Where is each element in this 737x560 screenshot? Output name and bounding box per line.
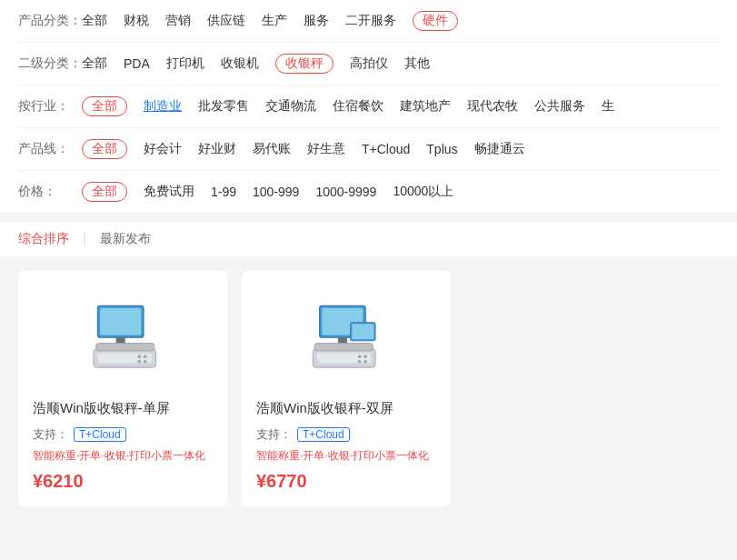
filter-item-price-10000up[interactable]: 10000以上	[393, 184, 453, 200]
svg-point-23	[364, 360, 367, 364]
product-price-2: ¥6770	[256, 471, 436, 492]
filter-items-product-line: 全部 好会计 好业财 易代账 好生意 T+Cloud Tplus 畅捷通云	[82, 139, 525, 159]
filter-item-shoyinji[interactable]: 收银机	[221, 55, 259, 72]
sort-divider: ｜	[78, 231, 91, 247]
filter-row-price: 价格： 全部 免费试用 1-99 100-999 1000-9999 10000…	[18, 171, 719, 213]
filter-item-fuwu[interactable]: 服务	[304, 13, 329, 29]
filter-label-industry: 按行业：	[18, 98, 82, 115]
svg-point-22	[358, 360, 362, 364]
filter-row-product-line: 产品线： 全部 好会计 好业财 易代账 好生意 T+Cloud Tplus 畅捷…	[18, 128, 719, 171]
product-support-1: 支持： T+Cloud	[33, 426, 213, 443]
products-grid: 浩顺Win版收银秤-单屏 支持： T+Cloud 智能称重·开单·收银·打印小票…	[0, 256, 737, 521]
product-support-label-1: 支持：	[33, 426, 68, 443]
filter-row-secondary-category: 二级分类： 全部 PDA 打印机 收银机 收银秤 高拍仪 其他	[18, 43, 719, 85]
product-support-2: 支持： T+Cloud	[256, 426, 436, 443]
filter-item-quanbu[interactable]: 全部	[82, 13, 107, 29]
filter-item-ind-quanbu[interactable]: 全部	[82, 96, 127, 116]
product-tag-2: T+Cloud	[297, 427, 350, 442]
filter-item-zhizaoye[interactable]: 制造业	[144, 98, 182, 115]
filter-item-erkaifuwu[interactable]: 二开服务	[345, 13, 396, 29]
product-title-1: 浩顺Win版收银秤-单屏	[33, 400, 213, 417]
filter-item-caishui[interactable]: 财税	[124, 13, 149, 29]
svg-point-10	[144, 360, 147, 364]
filter-item-price-1-99[interactable]: 1-99	[211, 185, 236, 199]
svg-rect-16	[352, 325, 373, 340]
filter-item-haoyecai[interactable]: 好业财	[198, 141, 236, 157]
filter-item-pl-quanbu[interactable]: 全部	[82, 139, 127, 159]
filter-item-price-100-999[interactable]: 100-999	[253, 185, 299, 199]
filter-item-gongyinglian[interactable]: 供应链	[207, 13, 245, 29]
filter-item-qita[interactable]: 其他	[404, 55, 430, 72]
product-support-label-2: 支持：	[256, 426, 292, 443]
filter-row-industry: 按行业： 全部 制造业 批发零售 交通物流 住宿餐饮 建筑地产 现代农牧 公共服…	[18, 85, 719, 128]
filter-item-haokuaiji[interactable]: 好会计	[144, 141, 182, 157]
filter-items-product-category: 全部 财税 营销 供应链 生产 服务 二开服务 硬件	[82, 11, 458, 31]
svg-rect-1	[100, 308, 141, 335]
filter-item-pda[interactable]: PDA	[124, 56, 150, 71]
product-price-1: ¥6210	[33, 471, 213, 492]
filter-label-price: 价格：	[18, 184, 82, 200]
filter-item-sec-quanbu[interactable]: 全部	[82, 55, 107, 72]
filter-item-yingjian[interactable]: 硬件	[413, 11, 458, 31]
product-card-2[interactable]: 浩顺Win版收银秤-双屏 支持： T+Cloud 智能称重·开单·收银·打印小票…	[242, 271, 451, 506]
svg-point-21	[364, 355, 367, 358]
filter-label-product-line: 产品线：	[18, 141, 82, 157]
filter-item-tcloud[interactable]: T+Cloud	[362, 142, 410, 156]
product-card-1[interactable]: 浩顺Win版收银秤-单屏 支持： T+Cloud 智能称重·开单·收银·打印小票…	[18, 271, 227, 506]
svg-point-7	[138, 355, 142, 358]
filter-item-changjietongyun[interactable]: 畅捷通云	[474, 141, 525, 157]
filter-item-price-free[interactable]: 免费试用	[144, 184, 194, 200]
filter-item-yidaizhang[interactable]: 易代账	[253, 141, 291, 157]
filter-item-gaopaiyi[interactable]: 高拍仪	[350, 55, 388, 72]
filter-section: 产品分类： 全部 财税 营销 供应链 生产 服务 二开服务 硬件 二级分类： 全…	[0, 0, 737, 213]
product-tag-1: T+Cloud	[74, 427, 126, 442]
filter-items-industry: 全部 制造业 批发零售 交通物流 住宿餐饮 建筑地产 现代农牧 公共服务 生	[82, 96, 614, 116]
product-desc-1: 智能称重·开单·收银·打印小票一体化	[33, 448, 213, 464]
filter-row-product-category: 产品分类： 全部 财税 营销 供应链 生产 服务 二开服务 硬件	[18, 0, 719, 43]
product-title-2: 浩顺Win版收银秤-双屏	[256, 400, 436, 417]
filter-item-sheng[interactable]: 生	[602, 98, 614, 115]
filter-item-price-1000-9999[interactable]: 1000-9999	[315, 185, 376, 199]
svg-point-9	[138, 360, 142, 364]
filter-item-jianzhudichang[interactable]: 建筑地产	[400, 98, 451, 115]
product-image-2	[256, 289, 436, 389]
svg-point-20	[358, 355, 362, 358]
filter-item-tplus[interactable]: Tplus	[426, 142, 457, 156]
svg-rect-6	[96, 344, 154, 351]
svg-rect-18	[317, 354, 372, 364]
svg-point-8	[144, 355, 147, 358]
filter-item-jiaotongwuliu[interactable]: 交通物流	[265, 98, 316, 115]
filter-item-gonggongfuwu[interactable]: 公共服务	[534, 98, 585, 115]
filter-item-shouyincheng[interactable]: 收银秤	[275, 54, 334, 74]
sort-item-latest[interactable]: 最新发布	[100, 231, 151, 247]
filter-item-pifalingshao[interactable]: 批发零售	[198, 98, 249, 115]
filter-item-dayinji[interactable]: 打印机	[166, 55, 204, 72]
filter-label-product-category: 产品分类：	[18, 13, 82, 29]
filter-items-secondary-category: 全部 PDA 打印机 收银机 收银秤 高拍仪 其他	[82, 54, 430, 74]
filter-item-yingxiao[interactable]: 营销	[165, 13, 191, 29]
filter-label-secondary-category: 二级分类：	[18, 55, 82, 72]
svg-rect-19	[314, 344, 373, 351]
sort-bar: 综合排序 ｜ 最新发布	[0, 222, 737, 256]
filter-item-haoshenyi[interactable]: 好生意	[307, 141, 345, 157]
filter-item-xiandainongmu[interactable]: 现代农牧	[467, 98, 518, 115]
product-image-1	[33, 289, 213, 389]
filter-item-shengchan[interactable]: 生产	[262, 13, 287, 29]
product-desc-2: 智能称重·开单·收银·打印小票一体化	[256, 448, 436, 464]
filter-item-price-quanbu[interactable]: 全部	[82, 182, 127, 202]
sort-item-comprehensive[interactable]: 综合排序	[18, 231, 69, 247]
filter-item-zhusucanting[interactable]: 住宿餐饮	[333, 98, 383, 115]
filter-items-price: 全部 免费试用 1-99 100-999 1000-9999 10000以上	[82, 182, 453, 202]
